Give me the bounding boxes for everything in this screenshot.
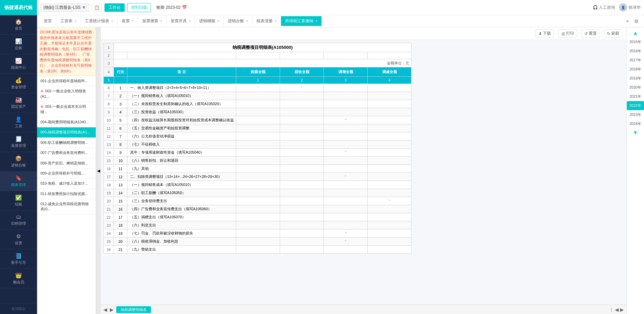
print-button[interactable]: 🖨 打印 — [558, 29, 577, 38]
year-item-2015年[interactable]: 2015年 — [627, 37, 644, 46]
tab-income-tax[interactable]: 所得税汇算缴纳× — [281, 16, 322, 26]
tab-salary[interactable]: 工资表× — [56, 16, 81, 26]
table-row: 1510（八）销售折扣、折让和退回 — [104, 157, 411, 165]
sidebar-item-archive[interactable]: 🗂归档管理 — [0, 211, 37, 230]
table-row: 72（一）视同销售收入（填写A105010） — [104, 92, 411, 100]
sidebar-item-report[interactable]: 📈报表中心 — [0, 54, 37, 74]
year-down-icon[interactable]: ▼ — [632, 128, 640, 137]
sub-header-2: 1 — [236, 77, 280, 84]
sidebar-item-guide[interactable]: 📘新手引导 — [0, 249, 37, 269]
home-icon: 🏠 — [15, 19, 22, 25]
left-list-item-004[interactable]: 004-期间费用明细表(A1040... — [37, 117, 96, 127]
archive-icon: 🗂 — [16, 214, 21, 220]
tab-invoice-calc[interactable]: 发票测算× — [138, 16, 167, 26]
sub-header-3: 2 — [280, 77, 324, 84]
tab-close-income-tax[interactable]: × — [315, 19, 317, 23]
scroll-h-icon: ◀ — [615, 307, 619, 312]
left-list-item-009[interactable]: 009-企业所得税补亏明细... — [37, 168, 96, 179]
fixed-assets-icon: 🏭 — [15, 97, 22, 103]
workbench-button[interactable]: 工作台 — [104, 3, 125, 12]
refresh-button[interactable]: ↻ 刷新 — [604, 29, 622, 38]
row-num-2: 2 — [104, 52, 114, 59]
print-icon: 🖨 — [561, 31, 565, 36]
sidebar-item-general-ledger[interactable]: 📊总账 — [0, 35, 37, 54]
row-num-1: 1 — [104, 43, 114, 52]
year-item-2023年[interactable]: 2023年 — [627, 110, 644, 119]
sidebar-item-vip[interactable]: 👑畅会员 — [0, 269, 37, 288]
year-item-2024年[interactable]: 2024年 — [627, 119, 644, 128]
year-item-2016年[interactable]: 2016年 — [627, 46, 644, 56]
tab-close-salary-stat[interactable]: × — [111, 19, 113, 23]
table-row: 1712二、扣除类调整项目（13+14+...24+26+27+28+29+30… — [104, 173, 411, 181]
period-selector[interactable]: 账期 2023-02 📅 — [156, 5, 187, 10]
left-list-item-003[interactable]: ⊗ 003-一般企业成本支出明细... — [37, 102, 96, 117]
left-list-item-008[interactable]: 008-资产折旧、摊销及纳税... — [37, 158, 96, 168]
tab-close-tax-clear[interactable]: × — [275, 19, 277, 23]
left-list-item-011[interactable]: 011-研发费用加计扣除优惠... — [37, 189, 96, 199]
left-list-item-001[interactable]: 001-企业所得税年度纳税申... — [37, 76, 96, 86]
tab-home[interactable]: 首页 — [40, 16, 56, 26]
sidebar-item-settings[interactable]: ⚙设置 — [0, 230, 37, 249]
sidebar-item-home[interactable]: 🏠首页 — [0, 15, 37, 35]
sidebar-item-capital[interactable]: 💰资金管理 — [0, 74, 37, 93]
tab-close-invoice-open[interactable]: × — [189, 19, 191, 23]
vip-icon: 👑 — [15, 272, 22, 279]
tabs-setting-button[interactable]: ⚙ — [632, 17, 641, 25]
tab-invoice[interactable]: 发票× — [118, 16, 138, 26]
col-header-0: 行次 — [114, 67, 127, 77]
year-panel: ▲2015年2016年2017年2018年2019年2020年2021年2022… — [626, 27, 644, 314]
tab-close-invoice-calc[interactable]: × — [160, 19, 162, 23]
copy-button[interactable]: 📋 — [92, 4, 102, 11]
table-row: 61一、收入类调整项目（2+3+4+5+6+7+8+10+11）** — [104, 84, 411, 92]
left-list-item-005[interactable]: 005-纳税调整项目明细表(A1... — [37, 127, 96, 137]
left-list-item-002[interactable]: ⊗ 002-一般企业收入明细表(A1... — [37, 86, 96, 102]
year-item-2017年[interactable]: 2017年 — [627, 56, 644, 65]
sidebar-item-purchase-sales[interactable]: 📦进销台账 — [0, 152, 37, 171]
tab-close-input-tax[interactable]: × — [217, 19, 219, 23]
tab-close-input-ledger[interactable]: × — [246, 19, 248, 23]
year-item-2021年[interactable]: 2021年 — [627, 92, 644, 101]
sidebar-item-invoice-mgmt[interactable]: 🧾发票管理 — [0, 132, 37, 152]
left-list-item-010[interactable]: 010-免税、减计收入及加计... — [37, 179, 96, 189]
year-up-icon[interactable]: ▲ — [632, 29, 640, 37]
year-item-2022年[interactable]: 2022年 — [627, 101, 644, 110]
bottom-tab-tax[interactable]: 纳税调整明细表 — [116, 306, 151, 313]
table-row: 127（六）公允价值变动净损益 — [104, 132, 411, 140]
year-item-2020年[interactable]: 2020年 — [627, 83, 644, 92]
table-title: 纳税调整项目明细表(A105000) — [114, 43, 411, 52]
tab-close-salary[interactable]: × — [74, 19, 76, 23]
year-item-2019年[interactable]: 2019年 — [627, 74, 644, 83]
tab-input-tax[interactable]: 进销稽核× — [195, 16, 224, 26]
sidebar-item-salary[interactable]: 👤工资 — [0, 113, 37, 132]
left-list-item-012[interactable]: 012-减免企业所得税优惠明细表(0... — [37, 199, 96, 215]
user-menu[interactable]: 👤 徐泽华 — [619, 3, 641, 11]
tabs-close-button[interactable]: × — [623, 17, 632, 25]
download-button[interactable]: ⬇ 下载 — [535, 29, 554, 38]
service-btn[interactable]: 🎧 人工咨询 — [593, 5, 615, 10]
tab-invoice-open[interactable]: 发票开具× — [166, 16, 195, 26]
tab-input-ledger[interactable]: 进销台账× — [224, 16, 252, 26]
col-header-2: 账载全额 — [236, 67, 280, 77]
tab-salary-stat[interactable]: 工资统计报表× — [81, 16, 118, 26]
company-selector[interactable]: (物副) 江西股金-LSS ▼ — [40, 3, 89, 12]
sidebar-footer[interactable]: 取消固定 — [0, 304, 37, 314]
left-list-item-007[interactable]: 007-广告费和业务宣传费时... — [37, 148, 96, 158]
scroll-left-icon[interactable]: ◀ — [103, 307, 107, 312]
left-list-item-006[interactable]: 006-职工薪酬纳税调整明细... — [37, 138, 96, 148]
sidebar-item-tax-mgmt[interactable]: 🔖税务管理 — [0, 171, 37, 191]
tab-close-invoice[interactable]: × — [132, 19, 134, 23]
sidebar-item-settlement[interactable]: ✅结账 — [0, 191, 37, 211]
error-dot: ⊗ — [40, 104, 44, 108]
year-item-2018年[interactable]: 2018年 — [627, 65, 644, 74]
table-row: 94（三）投资收益（填写A105030） — [104, 108, 411, 116]
scroll-v-icon: ⋮ — [609, 307, 614, 312]
collapse-button[interactable]: ◀ — [96, 27, 101, 314]
tab-tax-clear[interactable]: 税表清册× — [252, 16, 281, 26]
guide-icon: 📘 — [15, 253, 22, 259]
table-row: 105（四）按权益法核算长期股权投资对初始投资成本调整确认收益* — [104, 116, 411, 124]
reset-button[interactable]: ↺ 重置 — [581, 29, 600, 38]
sidebar-item-fixed-assets[interactable]: 🏭固定资产 — [0, 93, 37, 113]
old-version-button[interactable]: 切到旧版 — [127, 3, 151, 12]
period-value: 2023-02 — [166, 5, 181, 10]
scroll-right-icon[interactable]: ▶ — [110, 307, 114, 312]
